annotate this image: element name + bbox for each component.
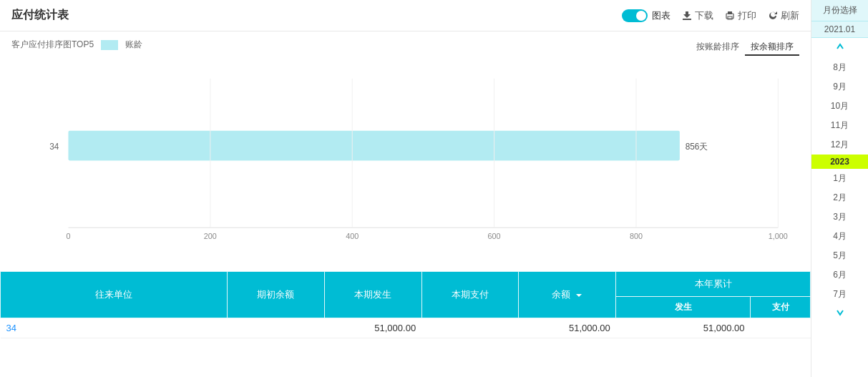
table-cell: 51,000.00 [519, 318, 616, 338]
col-opening-header: 期初余额 [227, 272, 324, 318]
col-balance-header: 余额 [519, 272, 616, 318]
chart-legend: 客户应付排序图TOP5 账龄 [11, 39, 142, 51]
download-icon [682, 11, 692, 21]
refresh-label: 刷新 [781, 9, 799, 22]
print-label: 打印 [738, 9, 756, 22]
sidebar-month-item[interactable]: 6月 [811, 265, 868, 285]
sidebar-month-item[interactable]: 10月 [811, 97, 868, 116]
svg-rect-5 [68, 131, 679, 161]
sidebar: 月份选择 2021.01 8月9月10月11月12月20231月2月3月4月5月… [811, 0, 868, 377]
svg-text:0: 0 [66, 232, 70, 240]
table-cell [751, 318, 811, 338]
download-label: 下载 [695, 9, 713, 22]
col-ytd-occurred-header: 发生 [616, 297, 751, 318]
legend-box [101, 40, 118, 50]
table-cell: 51,000.00 [324, 318, 421, 338]
svg-text:34: 34 [49, 141, 59, 151]
refresh-icon [768, 11, 778, 21]
chart-controls: 按账龄排序 按余额排序 [691, 39, 799, 56]
sidebar-month-item[interactable]: 5月 [811, 246, 868, 265]
chart-section: 客户应付排序图TOP5 账龄 按账龄排序 按余额排序 34 856天 [0, 31, 811, 271]
chevron-down-icon [834, 307, 846, 318]
sidebar-year-label: 2023 [811, 155, 868, 169]
table-header-row: 往来单位 期初余额 本期发生 本期支付 余额 本年累计 [1, 272, 811, 297]
svg-text:200: 200 [204, 232, 217, 240]
print-button[interactable]: 打印 [725, 9, 756, 22]
sidebar-month-item[interactable]: 8月 [811, 58, 868, 77]
table-cell [421, 318, 519, 338]
col-occurred-header: 本期发生 [324, 272, 421, 318]
col-ytd-payment-header: 支付 [751, 297, 811, 318]
table-row: 3451,000.0051,000.0051,000.00 [1, 318, 811, 338]
sort-by-amount-btn[interactable]: 按账龄排序 [691, 39, 745, 56]
table-cell [227, 318, 324, 338]
col-ytd-header: 本年累计 [616, 272, 811, 297]
table-section: 往来单位 期初余额 本期发生 本期支付 余额 本年累计 发生 [0, 271, 811, 377]
print-icon [725, 11, 735, 21]
col-payment-header: 本期支付 [421, 272, 519, 318]
chart-container: 34 856天 0 200 400 600 800 1,000 [11, 57, 799, 264]
sidebar-year-value: 2021.01 [811, 21, 868, 38]
sidebar-month-item[interactable]: 1月 [811, 169, 868, 188]
toggle-track[interactable] [622, 9, 648, 22]
sidebar-month-item[interactable]: 4月 [811, 227, 868, 246]
page-title: 应付统计表 [11, 8, 69, 23]
svg-text:800: 800 [630, 232, 643, 240]
sidebar-down-btn[interactable] [811, 304, 868, 324]
toggle-thumb [636, 11, 646, 21]
data-table: 往来单位 期初余额 本期发生 本期支付 余额 本年累计 发生 [0, 271, 811, 338]
chart-toggle[interactable]: 图表 [622, 9, 670, 22]
download-button[interactable]: 下载 [682, 9, 713, 22]
sidebar-month-item[interactable]: 7月 [811, 285, 868, 304]
unit-link[interactable]: 34 [6, 323, 16, 333]
sidebar-month-item[interactable]: 9月 [811, 77, 868, 97]
sidebar-up-btn[interactable] [811, 38, 868, 58]
svg-text:1,000: 1,000 [769, 232, 788, 240]
sidebar-month-item[interactable]: 12月 [811, 135, 868, 155]
sidebar-month-item[interactable]: 3月 [811, 207, 868, 227]
chart-legend-row: 客户应付排序图TOP5 账龄 按账龄排序 按余额排序 [11, 39, 799, 57]
balance-sort-icon [575, 291, 583, 300]
svg-text:400: 400 [346, 232, 359, 240]
svg-text:856天: 856天 [686, 141, 708, 151]
sidebar-months: 8月9月10月11月12月20231月2月3月4月5月6月7月 [811, 58, 868, 304]
sidebar-month-item[interactable]: 2月 [811, 188, 868, 207]
legend-box-label: 账龄 [125, 39, 142, 51]
svg-rect-2 [728, 11, 732, 14]
table-cell[interactable]: 34 [1, 318, 228, 338]
legend-title: 客户应付排序图TOP5 [11, 39, 94, 51]
sidebar-month-item[interactable]: 11月 [811, 116, 868, 135]
chevron-up-icon [834, 41, 846, 52]
chart-label: 图表 [652, 9, 670, 22]
col-unit-header: 往来单位 [1, 272, 228, 318]
svg-rect-0 [683, 19, 691, 20]
chart-svg: 34 856天 0 200 400 600 800 1,000 [47, 64, 792, 243]
sort-by-balance-btn[interactable]: 按余额排序 [745, 39, 799, 56]
sidebar-header: 月份选择 [811, 0, 868, 21]
svg-marker-19 [576, 294, 582, 297]
header-actions: 图表 下载 打印 [622, 9, 799, 22]
table-cell: 51,000.00 [616, 318, 751, 338]
svg-text:600: 600 [488, 232, 501, 240]
table-body: 3451,000.0051,000.0051,000.00 [1, 318, 811, 338]
refresh-button[interactable]: 刷新 [768, 9, 799, 22]
